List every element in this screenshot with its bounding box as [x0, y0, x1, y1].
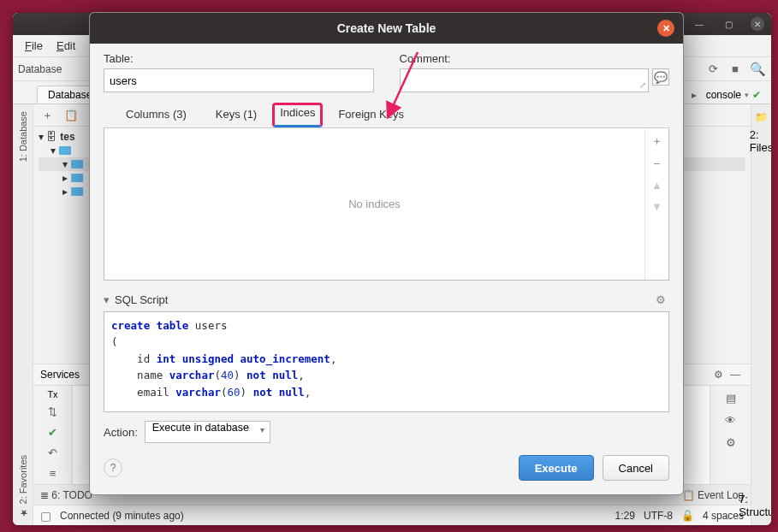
folder-icon: [71, 160, 83, 168]
commit-icon[interactable]: ✔: [45, 425, 62, 440]
lock-icon[interactable]: 🔓: [681, 510, 694, 522]
chevron-down-icon[interactable]: ▾: [745, 91, 749, 99]
console-label[interactable]: console: [706, 89, 741, 101]
remove-index-icon[interactable]: −: [654, 157, 661, 170]
left-sidestrip: 1: Database ★ 2: Favorites: [13, 104, 33, 525]
eye-icon[interactable]: 👁: [722, 411, 739, 429]
comment-input[interactable]: ⤢: [400, 68, 650, 92]
layout-icon[interactable]: ▤: [722, 389, 739, 406]
action-select[interactable]: Execute in database: [145, 421, 270, 443]
minimize-panel-icon[interactable]: —: [727, 366, 744, 383]
dialog-title: Create New Table: [337, 21, 437, 35]
minimize-icon[interactable]: —: [692, 17, 706, 31]
sidestrip-favorites[interactable]: ★ 2: Favorites: [17, 455, 28, 518]
empty-message: No indices: [104, 128, 644, 280]
statusbar: ▢ Connected (9 minutes ago) 1:29 UTF-8 🔓…: [33, 505, 751, 525]
stop-icon[interactable]: ■: [727, 61, 744, 78]
dialog-titlebar: Create New Table ✕: [90, 13, 683, 44]
status-message: Connected (9 minutes ago): [60, 510, 184, 522]
table-label: Table:: [104, 52, 374, 65]
console-icon: ▸: [686, 86, 703, 103]
folder-icon: [59, 146, 71, 155]
sql-section-label: SQL Script: [115, 293, 168, 306]
cancel-button[interactable]: Cancel: [603, 455, 669, 481]
dialog-tabs: Columns (3) Keys (1) Indices Foreign Key…: [104, 103, 669, 128]
tab-keys[interactable]: Keys (1): [202, 103, 270, 127]
breadcrumb: Database: [18, 63, 62, 75]
help-icon[interactable]: ?: [104, 458, 122, 477]
close-icon[interactable]: ✕: [751, 17, 764, 31]
gear-icon[interactable]: ⚙: [652, 291, 669, 308]
filter-icon[interactable]: ⇅: [45, 405, 62, 420]
folder-icon: [71, 187, 83, 196]
add-index-icon[interactable]: ＋: [651, 133, 662, 149]
tab-indices[interactable]: Indices: [272, 103, 323, 127]
settings-icon[interactable]: ⚙: [722, 434, 739, 451]
cursor-pos: 1:29: [615, 510, 635, 522]
menu-edit[interactable]: Edit: [51, 38, 80, 54]
files-folder-icon: 📁: [755, 111, 768, 123]
move-down-icon[interactable]: ▼: [651, 200, 662, 213]
tab-columns[interactable]: Columns (3): [112, 103, 200, 127]
tx-label: Tx: [47, 389, 57, 399]
table-name-input[interactable]: [104, 68, 374, 92]
move-up-icon[interactable]: ▲: [651, 179, 662, 192]
more-icon[interactable]: ≡: [45, 465, 62, 481]
comment-edit-icon[interactable]: 💬: [652, 68, 669, 86]
maximize-icon[interactable]: ▢: [722, 17, 735, 31]
tab-foreign-keys[interactable]: Foreign Keys: [324, 103, 418, 127]
status-icon: ▢: [40, 509, 51, 523]
dialog-close-icon[interactable]: ✕: [657, 20, 674, 37]
action-label: Action:: [104, 426, 138, 439]
sidestrip-database[interactable]: 1: Database: [18, 111, 28, 162]
sql-section-header[interactable]: ▾ SQL Script ⚙: [104, 291, 669, 308]
tab-label: Database: [48, 89, 92, 101]
search-icon[interactable]: 🔍: [749, 61, 766, 78]
gear-icon[interactable]: ⚙: [710, 366, 727, 383]
sidestrip-files[interactable]: 2: Files: [750, 128, 771, 154]
tab-eventlog[interactable]: 📋 Event Log: [682, 489, 744, 501]
tab-todo[interactable]: ≣ 6: TODO: [40, 489, 92, 501]
folder-icon: [71, 174, 83, 182]
right-sidestrip: 📁 2: Files 7: Structure: [751, 104, 771, 525]
comment-label: Comment:: [400, 52, 670, 65]
copy-icon[interactable]: 📋: [62, 107, 80, 124]
execute-button[interactable]: Execute: [519, 455, 594, 481]
create-table-dialog: Create New Table ✕ Table: Comment: ⤢ 💬 C…: [89, 12, 684, 495]
menu-file[interactable]: File: [20, 38, 48, 54]
add-icon[interactable]: ＋: [39, 107, 56, 124]
indices-panel: No indices ＋ − ▲ ▼: [104, 128, 669, 281]
collapse-icon[interactable]: ▾: [104, 293, 110, 306]
sidestrip-structure[interactable]: 7: Structure: [739, 493, 771, 518]
undo-icon[interactable]: ↶: [45, 446, 62, 461]
encoding[interactable]: UTF-8: [644, 510, 673, 522]
sql-preview[interactable]: create table users ( id int unsigned aut…: [104, 311, 669, 412]
check-icon: ✔: [752, 89, 761, 101]
expand-icon[interactable]: ⤢: [639, 80, 646, 90]
refresh-icon[interactable]: ⟳: [704, 61, 722, 78]
indent[interactable]: 4 spaces: [703, 510, 744, 522]
